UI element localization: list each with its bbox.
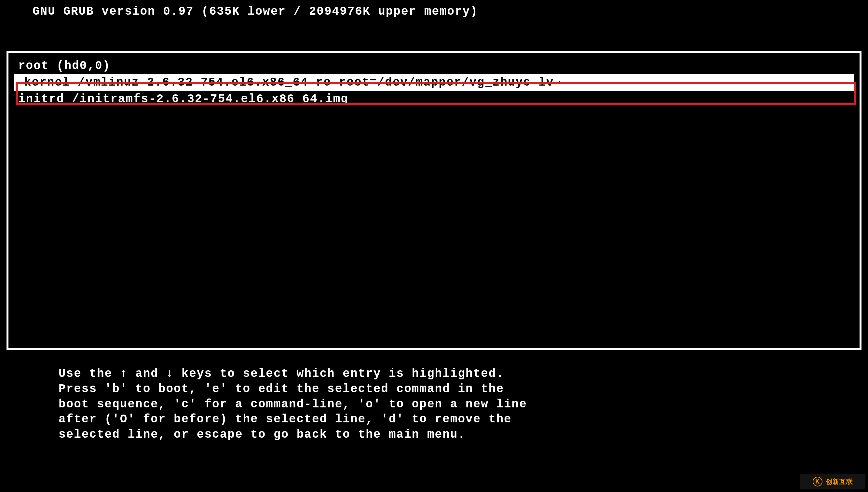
menu-line-kernel-selected[interactable]: kernel /vmlinuz-2.6.32-754.el6.x86_64 ro… <box>14 74 854 91</box>
instructions-content: Use the ↑ and ↓ keys to select which ent… <box>58 366 716 443</box>
menu-line-root[interactable]: root (hd0,0) <box>8 53 860 74</box>
instructions-text: Use the ↑ and ↓ keys to select which ent… <box>0 360 716 443</box>
watermark-icon: K <box>813 477 822 487</box>
menu-line-initrd[interactable]: initrd /initramfs-2.6.32-754.el6.x86_64.… <box>8 91 860 107</box>
menu-root-text: root (hd0,0) <box>18 59 110 73</box>
menu-kernel-text: kernel /vmlinuz-2.6.32-754.el6.x86_64 ro… <box>24 76 562 89</box>
grub-header: GNU GRUB version 0.97 (635K lower / 2094… <box>0 0 868 18</box>
grub-title: GNU GRUB version 0.97 (635K lower / 2094… <box>32 5 478 18</box>
menu-initrd-text: initrd /initramfs-2.6.32-754.el6.x86_64.… <box>18 92 349 106</box>
watermark: K 创新互联 <box>800 474 865 489</box>
boot-menu-box[interactable]: root (hd0,0) kernel /vmlinuz-2.6.32-754.… <box>6 51 862 350</box>
watermark-text: 创新互联 <box>826 477 853 486</box>
